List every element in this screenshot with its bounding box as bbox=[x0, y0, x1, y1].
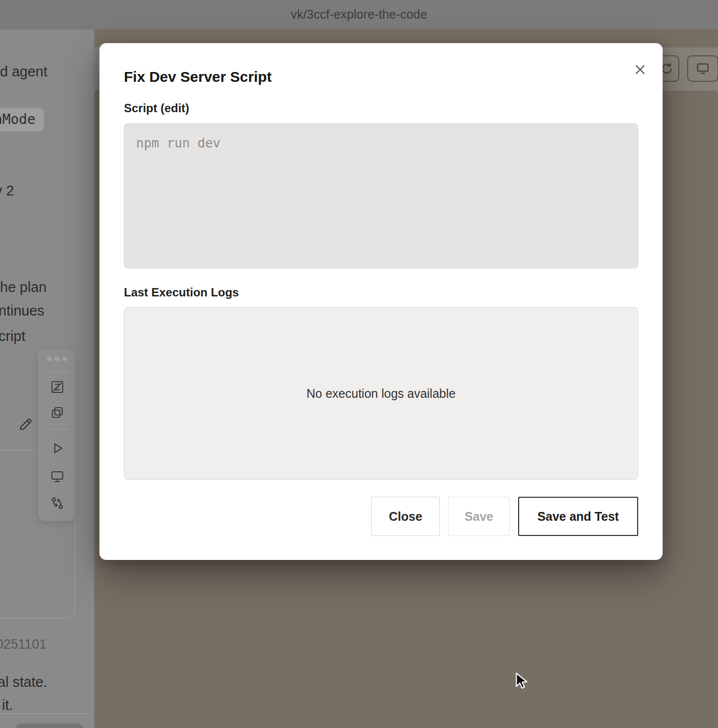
save-button[interactable]: Save bbox=[448, 497, 510, 536]
monitor-icon bbox=[694, 60, 711, 77]
sidebar-text-continues: ntinues bbox=[0, 303, 45, 319]
app-screen: vk/3ccf-explore-the-code d agent nMode y… bbox=[0, 0, 718, 728]
git-compare-icon[interactable] bbox=[49, 495, 65, 511]
sidebar: d agent nMode y 2 he plan ntinues cript bbox=[0, 29, 95, 728]
toolbar-divider bbox=[44, 371, 71, 372]
sidebar-code-badge: nMode bbox=[0, 108, 44, 131]
monitor-icon[interactable] bbox=[49, 468, 65, 484]
dialog-title: Fix Dev Server Script bbox=[124, 68, 638, 86]
sidebar-text-it: it. bbox=[2, 697, 13, 713]
sidebar-text-v2: y 2 bbox=[0, 183, 14, 199]
mouse-cursor bbox=[514, 672, 531, 693]
sidebar-bottom-button[interactable] bbox=[16, 724, 83, 728]
dialog-footer: Close Save Save and Test bbox=[124, 497, 638, 536]
logs-section-label: Last Execution Logs bbox=[124, 286, 638, 299]
play-icon[interactable] bbox=[49, 440, 65, 456]
sidebar-text-timestamp: 0251101 bbox=[0, 637, 47, 652]
sidebar-text-plan: he plan bbox=[0, 279, 47, 295]
sidebar-divider bbox=[0, 713, 92, 714]
sidebar-text-script: cript bbox=[0, 328, 25, 344]
script-field-label: Script (edit) bbox=[124, 101, 638, 115]
sidebar-text-state: al state. bbox=[0, 674, 48, 690]
copy-icon[interactable] bbox=[49, 405, 65, 420]
window-title: vk/3ccf-explore-the-code bbox=[291, 7, 428, 22]
logs-empty-message: No execution logs available bbox=[307, 387, 455, 401]
drag-handle-dots[interactable] bbox=[39, 357, 75, 361]
close-icon[interactable] bbox=[632, 62, 648, 77]
execution-logs-box: No execution logs available bbox=[124, 307, 638, 480]
fix-dev-server-script-dialog: Fix Dev Server Script Script (edit) Last… bbox=[99, 43, 663, 560]
window-title-bar: vk/3ccf-explore-the-code bbox=[0, 0, 718, 29]
toolbar-divider bbox=[44, 429, 71, 430]
floating-toolbar bbox=[38, 349, 75, 521]
preview-monitor-button[interactable] bbox=[687, 55, 718, 82]
save-and-test-button[interactable]: Save and Test bbox=[518, 497, 638, 536]
close-button[interactable]: Close bbox=[371, 497, 440, 536]
script-input[interactable] bbox=[124, 123, 638, 268]
pencil-icon[interactable] bbox=[17, 415, 34, 433]
sidebar-text-agent: d agent bbox=[0, 64, 48, 80]
zed-editor-icon[interactable] bbox=[49, 379, 65, 395]
